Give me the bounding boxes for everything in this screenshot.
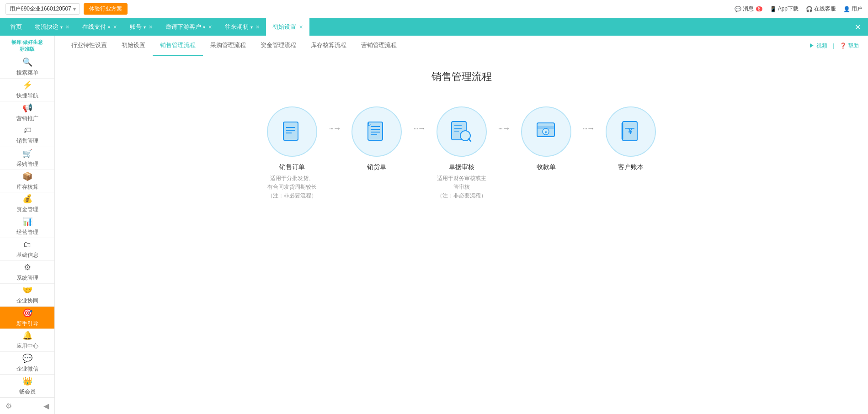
sidebar-item-operations[interactable]: 📊 经营管理 [0, 215, 54, 238]
sidebar-item-sales[interactable]: 🏷 销售管理 [0, 124, 54, 147]
nav-tab-account[interactable]: 账号 ▾ ✕ [123, 18, 159, 36]
sidebar-item-quicknav[interactable]: ⚡ 快捷导航 [0, 79, 54, 101]
flow-step-3[interactable]: 单据审核 适用于财务审核或主管审核（注：非必要流程） [425, 106, 498, 201]
sidebar-item-system[interactable]: ⚙ 系统管理 [0, 261, 54, 284]
sidebar-item-search[interactable]: 🔍 搜索菜单 [0, 56, 54, 79]
sub-tabs-right: ▶ 视频 | ❓ 帮助 [809, 42, 859, 50]
logistics-arrow-icon: ▾ [60, 25, 63, 30]
experience-button[interactable]: 体验行业方案 [84, 3, 128, 15]
nav-tab-home[interactable]: 首页 [4, 18, 28, 36]
divider: | [833, 42, 834, 49]
video-icon: ▶ [809, 42, 815, 49]
subtab-marketing-flow[interactable]: 营销管理流程 [354, 36, 404, 56]
flow-arrow-1: ···→ [329, 106, 340, 133]
subtab-init[interactable]: 初始设置 [114, 36, 153, 56]
svg-line-11 [469, 139, 471, 141]
service-icon: 🎧 [806, 6, 813, 12]
sales-icon: 🏷 [23, 126, 32, 135]
invite-arrow-icon: ▾ [203, 25, 205, 30]
flow-desc-1: 适用于分批发货、有合同发货周期较长（注：非必要流程） [267, 174, 317, 201]
sidebar-operations-label: 经营管理 [16, 228, 38, 236]
help-btn[interactable]: ❓ 帮助 [840, 42, 859, 50]
period-close-icon[interactable]: ✕ [256, 24, 260, 30]
online-service-btn[interactable]: 🎧 在线客服 [806, 5, 836, 13]
nav-close-btn[interactable]: ✕ [851, 23, 864, 32]
collapse-icon[interactable]: ◀ [43, 402, 49, 410]
sidebar-quicknav-label: 快捷导航 [16, 92, 38, 100]
sidebar-item-inventory[interactable]: 📦 库存核算 [0, 170, 54, 193]
init-close-icon[interactable]: ✕ [299, 24, 303, 30]
sidebar-item-finance[interactable]: 💰 资金管理 [0, 192, 54, 215]
invite-close-icon[interactable]: ✕ [208, 24, 212, 30]
sidebar-item-purchase[interactable]: 🛒 采购管理 [0, 147, 54, 170]
nav-tab-payment[interactable]: 在线支付 ▾ ✕ [76, 18, 123, 36]
flow-step-4[interactable]: ¥ 收款单 [510, 106, 583, 174]
marketing-icon: 📢 [22, 103, 32, 113]
quicknav-icon: ⚡ [22, 80, 32, 90]
sidebar-item-membership[interactable]: 👑 畅会员 [0, 375, 54, 398]
sidebar-membership-label: 畅会员 [19, 388, 36, 396]
help-label: 帮助 [848, 42, 859, 49]
system-icon: ⚙ [24, 262, 31, 272]
subtab-sales-flow[interactable]: 销售管理流程 [153, 36, 203, 56]
sidebar-item-marketing[interactable]: 📢 营销推广 [0, 101, 54, 124]
nav-tab-init[interactable]: 初始设置 ✕ [266, 18, 309, 36]
sidebar-item-guide[interactable]: 🎯 新手引导 [0, 307, 54, 329]
sidebar-system-label: 系统管理 [16, 274, 38, 282]
sidebar-item-wechat[interactable]: 💬 企业微信 [0, 352, 54, 375]
nav-tab-invite[interactable]: 邀请下游客户 ▾ ✕ [159, 18, 218, 36]
video-btn[interactable]: ▶ 视频 [809, 42, 827, 50]
page-title: 销售管理流程 [73, 70, 850, 84]
purchase-icon: 🛒 [22, 149, 32, 159]
flow-arrow-2: ···→ [413, 106, 425, 133]
inventory-icon: 📦 [22, 171, 32, 181]
payment-label: 在线支付 [82, 23, 106, 31]
flow-step-5[interactable]: ¥ 客户账本 [594, 106, 667, 174]
account-label: 账号 [130, 23, 142, 31]
avatar-icon: 👤 [843, 6, 850, 12]
message-badge: 6 [756, 6, 762, 11]
logistics-close-icon[interactable]: ✕ [65, 24, 69, 30]
logistics-label: 物流快递 [35, 23, 59, 31]
help-icon: ❓ [840, 42, 847, 49]
app-download-btn[interactable]: 📱 App下载 [770, 5, 799, 13]
nav-tabs: 首页 物流快递 ▾ ✕ 在线支付 ▾ ✕ 账号 ▾ ✕ 邀请下游客户 ▾ ✕ 往… [0, 18, 868, 36]
logo-line1: 畅库·做好生意 [11, 39, 43, 45]
search-icon: 🔍 [22, 57, 32, 67]
online-service-label: 在线客服 [814, 5, 836, 13]
user-label: 用户690企业1660120507 [10, 5, 71, 13]
flow-circle-1 [267, 106, 317, 157]
invite-label: 邀请下游客户 [165, 23, 201, 31]
sidebar-sales-label: 销售管理 [16, 137, 38, 145]
flow-step-1[interactable]: 销售订单 适用于分批发货、有合同发货周期较长（注：非必要流程） [256, 106, 329, 201]
flow-circle-5: ¥ [606, 106, 656, 157]
sidebar-item-basicinfo[interactable]: 🗂 基础信息 [0, 238, 54, 261]
flow-label-4: 收款单 [537, 163, 556, 171]
nav-tab-logistics[interactable]: 物流快递 ▾ ✕ [28, 18, 76, 36]
sidebar-wechat-label: 企业微信 [16, 365, 38, 373]
sub-tabs: 行业特性设置 初始设置 销售管理流程 采购管理流程 资金管理流程 库存核算流程 … [55, 36, 868, 56]
nav-tab-period[interactable]: 往来期初 ▾ ✕ [218, 18, 266, 36]
settings-bottom-icon[interactable]: ⚙ [5, 402, 12, 410]
flow-circle-4: ¥ [521, 106, 571, 157]
subtab-industry[interactable]: 行业特性设置 [64, 36, 114, 56]
user-selector[interactable]: 用户690企业1660120507 ▾ [5, 3, 80, 15]
payment-close-icon[interactable]: ✕ [113, 24, 117, 30]
logo-text: 畅库·做好生意 标准版 [11, 39, 43, 52]
message-btn[interactable]: 💬 消息 6 [735, 5, 762, 13]
sidebar-item-collab[interactable]: 🤝 企业协同 [0, 284, 54, 307]
sidebar-item-appcenter[interactable]: 🔔 应用中心 [0, 329, 54, 352]
sidebar-bottom: ⚙ ◀ [0, 398, 54, 414]
app-download-label: App下载 [778, 5, 799, 13]
account-close-icon[interactable]: ✕ [149, 24, 153, 30]
sidebar: 畅库·做好生意 标准版 🔍 搜索菜单 ⚡ 快捷导航 📢 营销推广 🏷 销售管理 … [0, 36, 55, 414]
flow-arrow-3: ···→ [498, 106, 510, 133]
subtab-inventory-flow[interactable]: 库存核算流程 [304, 36, 354, 56]
subtab-purchase-flow[interactable]: 采购管理流程 [203, 36, 253, 56]
subtab-purchase-flow-label: 采购管理流程 [210, 42, 246, 48]
user-avatar-btn[interactable]: 👤 用户 [843, 5, 863, 13]
home-label: 首页 [10, 23, 22, 31]
content-area: 销售管理流程 销售订单 适用于分批发货、有合同发货周期较长（注：非必要流程） [55, 56, 868, 414]
subtab-finance-flow[interactable]: 资金管理流程 [253, 36, 304, 56]
flow-step-2[interactable]: 销货单 [340, 106, 413, 174]
